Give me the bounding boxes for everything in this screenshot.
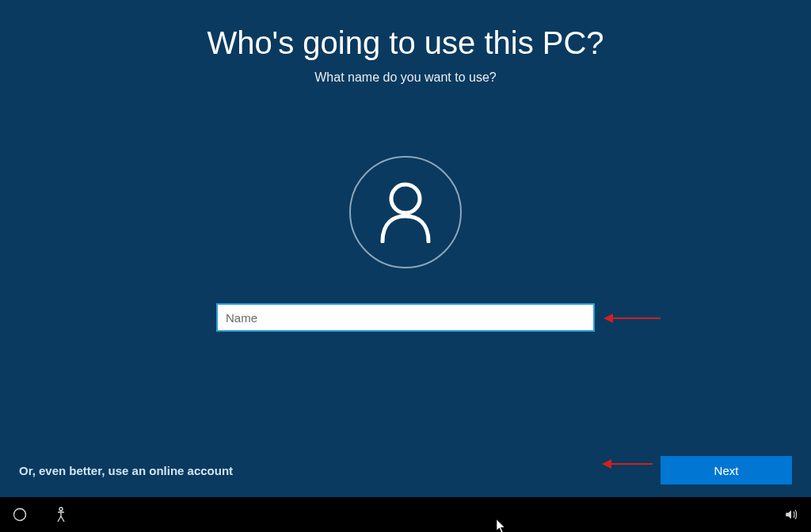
annotation-arrow: [610, 463, 653, 465]
page-title: Who's going to use this PC?: [0, 0, 811, 61]
user-icon: [378, 181, 433, 243]
next-button[interactable]: Next: [661, 456, 792, 484]
page-subtitle: What name do you want to use?: [0, 70, 811, 85]
svg-point-0: [391, 184, 420, 213]
ease-of-access-icon[interactable]: [11, 506, 29, 523]
user-avatar-placeholder: [349, 156, 462, 268]
name-input[interactable]: [216, 303, 595, 332]
taskbar: [0, 497, 811, 532]
svg-point-2: [59, 507, 63, 511]
annotation-arrow: [611, 317, 661, 319]
use-online-account-link[interactable]: Or, even better, use an online account: [19, 464, 233, 477]
accessibility-icon[interactable]: [52, 506, 70, 523]
volume-icon[interactable]: [782, 506, 800, 523]
